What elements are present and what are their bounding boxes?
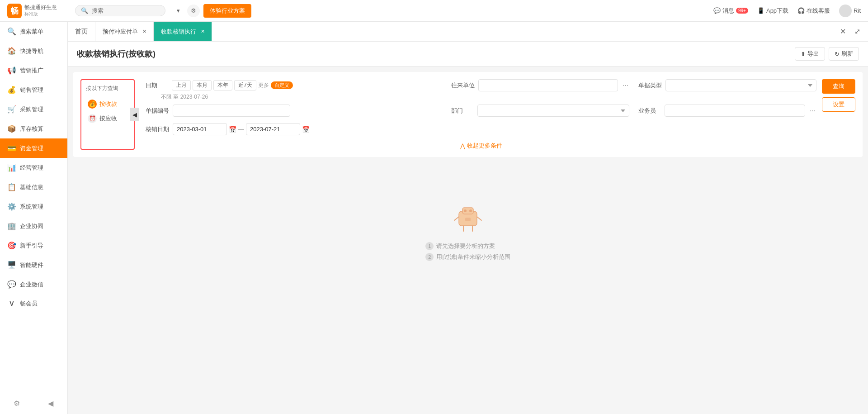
bill-type-select[interactable] <box>665 79 816 91</box>
sidebar-item-guide[interactable]: 🎯 新手引导 <box>0 236 67 255</box>
industry-btn[interactable]: 体验行业方案 <box>203 4 251 18</box>
filter-area: 按以下方查询 💰 按收款 ⏰ 按应收 ◀ <box>73 72 863 157</box>
svg-point-2 <box>464 209 467 212</box>
empty-tip-1: 1 请先选择要分析的方案 <box>425 242 510 250</box>
logo-area: 畅 畅捷通好生意 标准版 <box>7 4 75 18</box>
main-content: 首页 预付冲应付单 ✕ 收款核销执行 ✕ ✕ ⤢ 收款核销执行(按收款) <box>68 22 868 414</box>
counterpart-input[interactable] <box>478 79 618 91</box>
cal-end-icon[interactable]: 📅 <box>302 126 310 133</box>
date-btn-last-month[interactable]: 上月 <box>172 80 191 90</box>
sidebar-item-enterprise[interactable]: 🏢 企业协同 <box>0 216 67 236</box>
message-badge: 99+ <box>736 8 748 14</box>
sidebar-collapse-btn[interactable]: ◀ <box>43 396 58 410</box>
tab-bar: 首页 预付冲应付单 ✕ 收款核销执行 ✕ ✕ ⤢ <box>68 22 868 42</box>
filter-sidebar-title: 按以下方查询 <box>86 85 129 92</box>
sidebar-item-marketing[interactable]: 📢 营销推广 <box>0 61 67 80</box>
dept-select[interactable] <box>477 105 629 117</box>
tab-receivable-writeoff[interactable]: 收款核销执行 ✕ <box>154 22 212 41</box>
date-label: 日期 <box>146 81 168 90</box>
staff-label: 业务员 <box>638 107 661 115</box>
gear-btn[interactable]: ⚙ <box>187 5 200 17</box>
page-title: 收款核销执行(按收款) <box>77 48 156 65</box>
writeoff-date-row: 核销日期 📅 — 📅 <box>146 123 816 135</box>
date-separator: — <box>238 126 244 133</box>
by-receivable-icon: ⏰ <box>88 114 97 123</box>
logo-text: 畅捷通好生意 <box>24 4 57 10</box>
message-btn[interactable]: 💬 消息 99+ <box>713 7 748 15</box>
writeoff-date-label: 核销日期 <box>146 125 169 133</box>
sidebar-item-finance[interactable]: 💳 资金管理 <box>0 138 67 158</box>
svg-line-6 <box>477 217 481 220</box>
sidebar-item-inventory[interactable]: 📦 库存核算 <box>0 119 67 138</box>
staff-input[interactable] <box>665 105 805 117</box>
purchase-icon: 🛒 <box>7 105 16 114</box>
dropdown-btn[interactable]: ▾ <box>173 5 184 16</box>
counterpart-label: 往来单位 <box>451 81 475 90</box>
sidebar-item-purchase[interactable]: 🛒 采购管理 <box>0 100 67 119</box>
date-custom-badge[interactable]: 自定义 <box>271 81 293 89</box>
search-icon: 🔍 <box>81 7 88 14</box>
sidebar-item-quick-nav[interactable]: 🏠 快捷导航 <box>0 41 67 61</box>
app-download-btn[interactable]: 📱 App下载 <box>757 7 788 15</box>
date-btn-this-month[interactable]: 本月 <box>193 80 212 90</box>
tab-close-writeoff[interactable]: ✕ <box>199 28 206 35</box>
counterpart-group: 往来单位 ··· <box>451 79 629 91</box>
date-btn-7days[interactable]: 近7天 <box>234 80 256 90</box>
date-buttons: 上月 本月 本年 近7天 更多 自定义 <box>172 80 293 90</box>
sidebar-item-wechat[interactable]: 💬 企业微信 <box>0 275 67 294</box>
chevron-up-icon: ⋀ <box>460 143 465 149</box>
dept-group: 部门 <box>451 105 629 117</box>
refresh-btn[interactable]: ↻ 刷新 <box>829 47 859 61</box>
refresh-icon: ↻ <box>835 51 840 57</box>
export-btn[interactable]: ⬆ 导出 <box>795 47 825 61</box>
date-row: 日期 上月 本月 本年 近7天 更多 自定义 <box>146 79 816 91</box>
sidebar: 🔍 搜索菜单 🏠 快捷导航 📢 营销推广 💰 销售管理 🛒 采购管理 📦 库存核… <box>0 22 68 414</box>
user-area[interactable]: Rit <box>839 5 861 17</box>
tab-close-prepay[interactable]: ✕ <box>141 28 148 35</box>
message-icon: 💬 <box>713 7 721 14</box>
search-bar[interactable]: 🔍 <box>75 5 165 16</box>
sidebar-item-basic-info[interactable]: 📋 基础信息 <box>0 177 67 197</box>
top-bar: 畅 畅捷通好生意 标准版 🔍 ▾ ⚙ 体验行业方案 💬 消息 99+ 📱 App… <box>0 0 868 22</box>
sales-icon: 💰 <box>7 86 16 94</box>
tab-bar-right: ✕ ⤢ <box>832 26 868 37</box>
online-service-btn[interactable]: 🎧 在线客服 <box>797 7 830 15</box>
wechat-icon: 💬 <box>7 280 16 289</box>
empty-state: 1 请先选择要分析的方案 2 用[过滤]条件来缩小分析范围 <box>68 162 868 300</box>
export-icon: ⬆ <box>801 51 806 57</box>
bill-no-input[interactable] <box>173 105 290 117</box>
search-menu-icon: 🔍 <box>7 27 16 36</box>
tab-home[interactable]: 首页 <box>68 22 95 41</box>
query-btn[interactable]: 查询 <box>822 79 855 94</box>
cal-start-icon[interactable]: 📅 <box>229 126 236 133</box>
date-btn-this-year[interactable]: 本年 <box>213 80 232 90</box>
filter-option-by-receivable[interactable]: ⏰ 按应收 <box>86 111 129 126</box>
tab-prepay-conflict[interactable]: 预付冲应付单 ✕ <box>95 22 154 41</box>
sidebar-settings-btn[interactable]: ⚙ <box>9 396 24 410</box>
sidebar-item-vip[interactable]: V 畅会员 <box>0 294 67 313</box>
writeoff-end-input[interactable] <box>246 123 300 135</box>
page-header-actions: ⬆ 导出 ↻ 刷新 <box>795 47 859 66</box>
staff-dots-btn[interactable]: ··· <box>809 106 816 116</box>
sidebar-bottom: ⚙ ◀ <box>0 392 67 414</box>
sidebar-item-system[interactable]: ⚙️ 系统管理 <box>0 197 67 216</box>
hardware-icon: 🖥️ <box>7 261 16 269</box>
filter-option-by-receipt[interactable]: 💰 按收款 <box>86 97 129 111</box>
dept-label: 部门 <box>451 107 474 115</box>
setting-btn[interactable]: 设置 <box>822 97 855 112</box>
sidebar-item-hardware[interactable]: 🖥️ 智能硬件 <box>0 255 67 275</box>
sidebar-item-operation[interactable]: 📊 经营管理 <box>0 158 67 177</box>
writeoff-start-input[interactable] <box>173 123 227 135</box>
collapse-more-btn[interactable]: ⋀ 收起更多条件 <box>146 142 816 150</box>
empty-tips: 1 请先选择要分析的方案 2 用[过滤]条件来缩小分析范围 <box>425 242 510 264</box>
filter-collapse-btn[interactable]: ◀ <box>130 108 139 121</box>
search-input[interactable] <box>92 7 155 14</box>
sidebar-item-sales[interactable]: 💰 销售管理 <box>0 80 67 100</box>
date-more-btn[interactable]: 更多 <box>258 81 269 89</box>
layout: 🔍 搜索菜单 🏠 快捷导航 📢 营销推广 💰 销售管理 🛒 采购管理 📦 库存核… <box>0 0 868 414</box>
tab-expand-btn[interactable]: ⤢ <box>852 26 863 37</box>
tab-close-all-btn[interactable]: ✕ <box>837 26 848 37</box>
writeoff-date-input-group: 📅 — 📅 <box>173 123 310 135</box>
counterpart-dots-btn[interactable]: ··· <box>622 81 629 90</box>
sidebar-item-search-menu[interactable]: 🔍 搜索菜单 <box>0 22 67 41</box>
